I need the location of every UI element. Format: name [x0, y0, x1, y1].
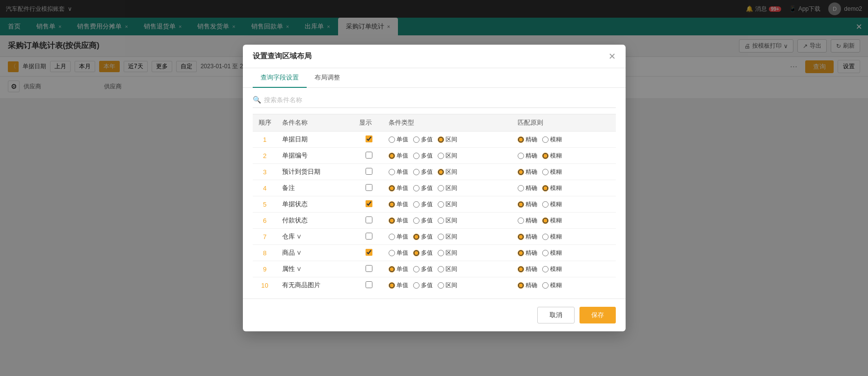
modal-tab-query-fields[interactable]: 查询字段设置 — [253, 68, 307, 88]
modal-body: 🔍 顺序 条件名称 显示 条件类型 匹配原则 — [243, 88, 626, 98]
modal-close-button[interactable]: ✕ — [608, 52, 616, 61]
search-icon: 🔍 — [253, 96, 261, 98]
modal-tab-layout-label: 布局调整 — [315, 74, 340, 81]
modal-dialog: 设置查询区域布局 ✕ 查询字段设置 布局调整 🔍 — [243, 45, 626, 98]
modal-overlay: 设置查询区域布局 ✕ 查询字段设置 布局调整 🔍 — [0, 0, 868, 98]
modal-tab-query-fields-label: 查询字段设置 — [261, 74, 299, 81]
search-input[interactable] — [264, 96, 362, 99]
search-box: 🔍 — [253, 96, 616, 98]
modal-title: 设置查询区域布局 — [253, 52, 312, 61]
modal-tab-layout[interactable]: 布局调整 — [307, 68, 348, 88]
modal-tabs: 查询字段设置 布局调整 — [243, 68, 626, 88]
modal-header: 设置查询区域布局 ✕ — [243, 45, 626, 68]
